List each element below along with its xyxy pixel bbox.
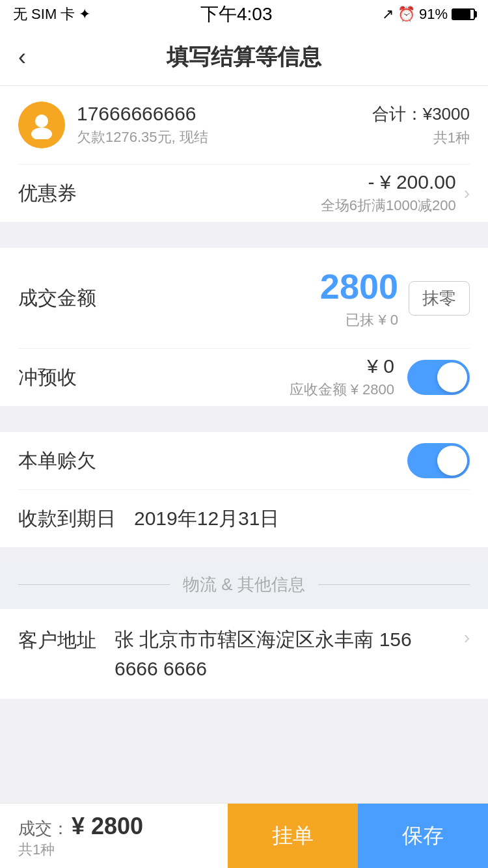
prepay-label: 冲预收: [18, 364, 77, 391]
footer: 成交： ¥ 2800 共1种 挂单 保存: [0, 803, 488, 868]
amount-card: 成交金额 2800 已抹 ¥ 0 抹零 冲预收 ¥ 0 应收金额 ¥ 2800: [0, 248, 488, 406]
address-value: 张 北京市市辖区海淀区永丰南 156 6666 6666: [115, 625, 456, 683]
avatar-icon: [27, 111, 56, 139]
debt-row: 本单赊欠: [0, 432, 488, 489]
prepay-right: ¥ 0 应收金额 ¥ 2800: [290, 355, 470, 400]
prepay-sub-text: 应收金额 ¥ 2800: [290, 380, 394, 400]
prepay-amounts: ¥ 0 应收金额 ¥ 2800: [290, 355, 394, 400]
footer-deal-label: 成交：: [18, 817, 69, 840]
customer-info: 17666666666 欠款1276.35元, 现结: [77, 103, 208, 147]
status-bar: 无 SIM 卡 ✦ 下午4:03 ↗ ⏰ 91%: [0, 0, 488, 29]
status-time: 下午4:03: [200, 2, 273, 27]
section-gap-1: [0, 235, 488, 248]
footer-deal-row: 成交： ¥ 2800: [18, 813, 210, 840]
bottom-fill: [0, 712, 488, 790]
customer-left: 17666666666 欠款1276.35元, 现结: [18, 102, 208, 148]
amount-sub-text: 已抹 ¥ 0: [320, 310, 398, 330]
battery-icon: [452, 8, 475, 20]
svg-point-0: [35, 115, 48, 128]
coupon-sub: 全场6折满1000减200: [321, 196, 456, 215]
total-count: 共1种: [372, 128, 470, 148]
footer-count: 共1种: [18, 840, 210, 860]
svg-point-1: [31, 128, 52, 139]
prepay-toggle[interactable]: [407, 360, 470, 395]
status-right: ↗ ⏰ 91%: [382, 6, 475, 23]
debt-toggle-knob: [437, 446, 467, 476]
prepay-main-value: ¥ 0: [290, 355, 394, 377]
amount-row: 成交金额 2800 已抹 ¥ 0 抹零: [0, 248, 488, 348]
debt-label: 本单赊欠: [18, 448, 96, 474]
page-title: 填写结算等信息: [167, 42, 321, 72]
address-chevron-icon: ›: [464, 625, 470, 648]
customer-total: 合计：¥3000 共1种: [372, 103, 470, 148]
divider-line-left: [18, 584, 170, 585]
coupon-value: - ¥ 200.00: [321, 171, 456, 193]
round-button[interactable]: 抹零: [409, 281, 470, 316]
section-label-row: 物流 & 其他信息: [0, 560, 488, 609]
sim-text: 无 SIM 卡 ✦: [13, 5, 90, 24]
prepay-row: 冲预收 ¥ 0 应收金额 ¥ 2800: [0, 349, 488, 406]
customer-subtext: 欠款1276.35元, 现结: [77, 128, 208, 147]
debt-toggle[interactable]: [407, 443, 470, 478]
amount-value-block: 2800 已抹 ¥ 0: [320, 266, 398, 330]
hang-button[interactable]: 挂单: [228, 804, 358, 868]
main-content: 17666666666 欠款1276.35元, 现结 合计：¥3000 共1种 …: [0, 86, 488, 790]
address-card: 客户地址 张 北京市市辖区海淀区永丰南 156 6666 6666 ›: [0, 609, 488, 699]
avatar: [18, 102, 65, 148]
location-icon: ↗: [382, 6, 394, 23]
coupon-right: - ¥ 200.00 全场6折满1000减200 ›: [321, 171, 470, 215]
coupon-value-block: - ¥ 200.00 全场6折满1000减200: [321, 171, 456, 215]
customer-card: 17666666666 欠款1276.35元, 现结 合计：¥3000 共1种 …: [0, 86, 488, 222]
nav-bar: ‹ 填写结算等信息: [0, 29, 488, 86]
save-button[interactable]: 保存: [358, 804, 488, 868]
total-amount: 合计：¥3000: [372, 103, 470, 126]
amount-right: 2800 已抹 ¥ 0 抹零: [320, 266, 470, 330]
section-gap-2: [0, 419, 488, 432]
address-label: 客户地址: [18, 625, 96, 654]
battery-text: 91%: [419, 6, 448, 23]
date-label: 收款到期日: [18, 506, 116, 532]
section-label-text: 物流 & 其他信息: [183, 573, 305, 596]
status-left: 无 SIM 卡 ✦: [13, 5, 90, 24]
amount-label: 成交金额: [18, 285, 96, 312]
customer-row: 17666666666 欠款1276.35元, 现结 合计：¥3000 共1种: [0, 86, 488, 164]
divider-line-right: [318, 584, 470, 585]
coupon-label: 优惠券: [18, 180, 77, 207]
footer-info: 成交： ¥ 2800 共1种: [0, 804, 228, 868]
customer-phone: 17666666666: [77, 103, 208, 125]
date-value: 2019年12月31日: [134, 506, 279, 532]
address-row[interactable]: 客户地址 张 北京市市辖区海淀区永丰南 156 6666 6666 ›: [0, 609, 488, 699]
alarm-icon: ⏰: [398, 6, 415, 23]
toggle-knob: [437, 362, 467, 392]
footer-amount: ¥ 2800: [72, 813, 143, 840]
coupon-chevron-icon: ›: [464, 183, 470, 204]
date-row: 收款到期日 2019年12月31日: [0, 490, 488, 547]
back-button[interactable]: ‹: [18, 44, 26, 71]
debt-card: 本单赊欠 收款到期日 2019年12月31日: [0, 432, 488, 547]
amount-main-value: 2800: [320, 266, 398, 306]
coupon-row[interactable]: 优惠券 - ¥ 200.00 全场6折满1000减200 ›: [0, 165, 488, 222]
